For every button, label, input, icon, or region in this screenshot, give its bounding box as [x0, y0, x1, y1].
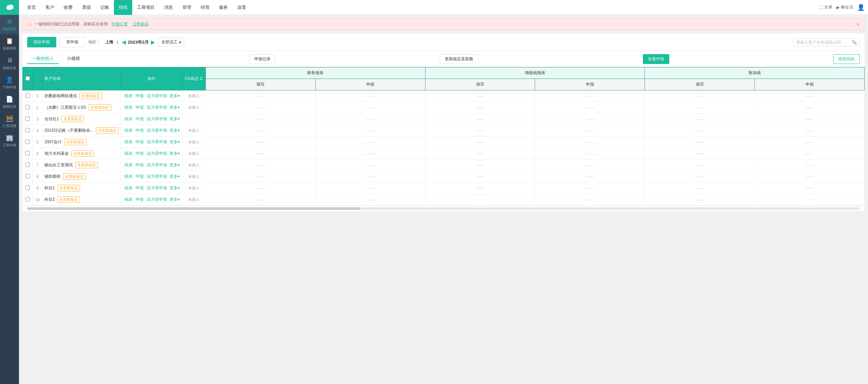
buy-link[interactable]: 立即购买: [133, 21, 149, 27]
row-checkbox[interactable]: [23, 113, 33, 125]
sidebar-item-tax-overview[interactable]: 🖥 报税总览: [0, 54, 19, 73]
row-checkbox[interactable]: [23, 171, 33, 183]
row-checkbox[interactable]: [23, 148, 33, 159]
nav-message[interactable]: 消息: [159, 0, 178, 15]
row-finance-fill: ——: [206, 194, 316, 206]
nav-tax[interactable]: 报税: [114, 0, 132, 15]
op-zero-declare[interactable]: 设为零申报: [147, 163, 167, 167]
op-tax-table[interactable]: 税表: [124, 140, 133, 144]
sidebar-item-tax-record[interactable]: 📄 报税记录: [0, 92, 19, 112]
tab-small[interactable]: 小规模: [62, 54, 85, 64]
row-checkbox[interactable]: [23, 159, 33, 171]
nav-service[interactable]: 服务: [214, 0, 233, 15]
nav-home[interactable]: 首页: [22, 0, 41, 15]
op-zero-declare[interactable]: 设为零申报: [147, 93, 167, 98]
op-declare[interactable]: 申报: [136, 128, 144, 133]
sidebar-item-personal-tax[interactable]: 👤 个税申报: [0, 73, 19, 92]
op-zero-declare[interactable]: 设为零申报: [147, 174, 167, 179]
op-zero-declare[interactable]: 设为零申报: [147, 128, 167, 133]
nav-business[interactable]: 工商项目: [132, 0, 159, 15]
info-icon[interactable]: ℹ: [117, 40, 118, 45]
row-vat-fill: ——: [425, 148, 535, 159]
nav-management[interactable]: 管理: [178, 0, 196, 15]
op-more[interactable]: 更多▾: [170, 186, 180, 190]
op-declare[interactable]: 申报: [136, 140, 144, 144]
batch-declare-button[interactable]: 批量申报: [643, 54, 669, 64]
op-zero-declare[interactable]: 设为零申报: [147, 151, 167, 156]
nav-client[interactable]: 客户: [41, 0, 59, 15]
row-ca-status: 未插入: [182, 102, 206, 113]
next-date-button[interactable]: ▶: [151, 39, 155, 45]
op-more[interactable]: 更多▾: [170, 151, 180, 156]
nav-settings[interactable]: 设置: [233, 0, 251, 15]
op-tax-table[interactable]: 税表: [124, 105, 133, 110]
op-declare[interactable]: 申报: [136, 186, 144, 190]
toolbar: 税款申报 零申报 地区： 上海 ℹ ◀ 2023年2月 ▶ 全部员工 ▾ 🔍: [22, 34, 865, 51]
date-nav: ◀ 2023年2月 ▶: [122, 39, 155, 45]
upgrade-button[interactable]: ▶ 畅会员: [836, 4, 853, 10]
op-tax-table[interactable]: 税表: [124, 116, 133, 121]
declare-link[interactable]: 申报汇签: [112, 21, 128, 27]
avatar-button[interactable]: 👤: [857, 4, 865, 11]
sidebar-item-batch-tax[interactable]: 📋 批量报税: [0, 34, 19, 54]
op-more[interactable]: 更多▾: [170, 116, 180, 121]
op-more[interactable]: 更多▾: [170, 93, 180, 98]
row-vat-declare: ——: [535, 159, 645, 171]
sidebar-item-tax-settings[interactable]: ⚙ 报税设置: [0, 15, 19, 34]
op-declare[interactable]: 申报: [136, 174, 144, 179]
row-checkbox[interactable]: [23, 183, 33, 194]
search-icon[interactable]: 🔍: [852, 40, 857, 45]
tab-general[interactable]: 一般的税人: [27, 54, 59, 64]
col-vat-group: 增值税报表: [425, 67, 645, 79]
tab-tax-declare[interactable]: 税款申报: [27, 37, 56, 47]
sidebar-item-business-report[interactable]: 🏢 工商年报: [0, 131, 19, 150]
op-more[interactable]: 更多▾: [170, 105, 180, 110]
select-all-checkbox[interactable]: [25, 76, 30, 81]
op-zero-declare[interactable]: 设为零申报: [147, 140, 167, 144]
op-tax-table[interactable]: 税表: [124, 174, 133, 179]
op-tax-table[interactable]: 税表: [124, 163, 133, 167]
prev-date-button[interactable]: ◀: [122, 39, 126, 45]
horizontal-scrollbar[interactable]: [27, 207, 860, 210]
search-input[interactable]: [796, 40, 850, 45]
op-zero-declare[interactable]: 设为零申报: [147, 116, 167, 121]
nav-accounting[interactable]: 记账: [96, 0, 114, 15]
row-checkbox[interactable]: [23, 194, 33, 206]
op-more[interactable]: 更多▾: [170, 128, 180, 133]
row-additional-declare: ——: [755, 136, 865, 148]
row-checkbox[interactable]: [23, 136, 33, 148]
status-badge: 未更新核定: [88, 104, 111, 111]
op-declare[interactable]: 申报: [136, 151, 144, 156]
withdraw-button[interactable]: 收取回执: [833, 54, 860, 64]
close-button[interactable]: ✕: [856, 22, 860, 27]
op-zero-declare[interactable]: 设为零申报: [147, 105, 167, 110]
op-zero-declare[interactable]: 设为零申报: [147, 197, 167, 202]
op-more[interactable]: 更多▾: [170, 163, 180, 167]
row-checkbox[interactable]: [23, 102, 33, 113]
op-zero-declare[interactable]: 设为零申报: [147, 186, 167, 190]
op-declare[interactable]: 申报: [136, 105, 144, 110]
row-checkbox[interactable]: [23, 125, 33, 136]
op-more[interactable]: 更多▾: [170, 197, 180, 202]
op-declare[interactable]: 申报: [136, 93, 144, 98]
op-declare[interactable]: 申报: [136, 163, 144, 167]
op-tax-table[interactable]: 税表: [124, 93, 133, 98]
declare-record-button[interactable]: 申报记录: [249, 54, 276, 64]
op-declare[interactable]: 申报: [136, 197, 144, 202]
nav-operations[interactable]: 经营: [196, 0, 214, 15]
op-more[interactable]: 更多▾: [170, 174, 180, 179]
op-tax-table[interactable]: 税表: [124, 186, 133, 190]
update-data-button[interactable]: 更新核定及取数: [440, 54, 478, 64]
fullscreen-button[interactable]: ⛶ 全屏: [819, 4, 832, 10]
dept-select[interactable]: 全部员工 ▾: [158, 38, 184, 47]
op-more[interactable]: 更多▾: [170, 140, 180, 144]
tab-zero-declare[interactable]: 零申报: [60, 37, 85, 47]
nav-invoice[interactable]: 票据: [77, 0, 96, 15]
row-checkbox[interactable]: [23, 90, 33, 102]
sidebar-item-calc-clear[interactable]: 🧮 汇算清缴: [0, 112, 19, 131]
nav-billing[interactable]: 收费: [59, 0, 77, 15]
op-declare[interactable]: 申报: [136, 116, 144, 121]
op-tax-table[interactable]: 税表: [124, 197, 133, 202]
op-tax-table[interactable]: 税表: [124, 151, 133, 156]
op-tax-table[interactable]: 税表: [124, 128, 133, 133]
